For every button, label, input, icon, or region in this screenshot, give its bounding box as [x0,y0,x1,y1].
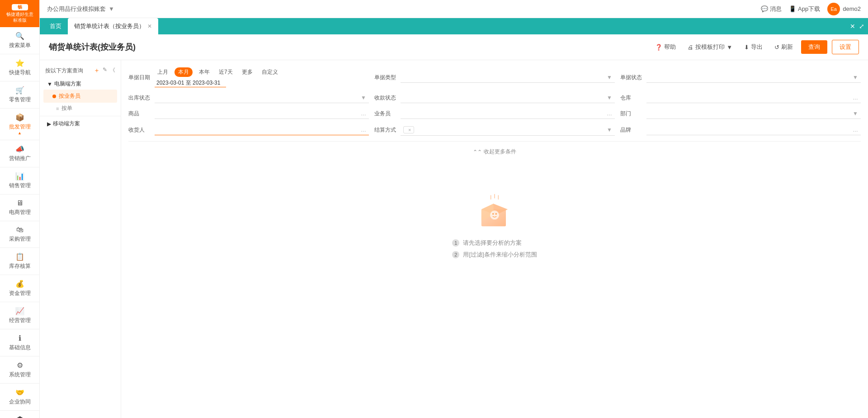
print-template-button[interactable]: 🖨 按模板打印 ▼ [684,41,736,53]
sidebar-item-label: 库存核算 [9,262,31,270]
settlement-tag: × [403,126,414,133]
docstatus-arrow-icon: ▼ [853,74,858,81]
sidebar: 畅 畅捷通好生意 标准版 🔍 搜索菜单 ⭐ 快捷导航 🛒 零售管理 📦 批发管理… [0,0,40,418]
doctype-arrow-icon: ▼ [607,74,612,81]
breadcrumb-dropdown-icon[interactable]: ▼ [108,5,114,12]
consignee-input[interactable]: … [155,125,369,135]
sidebar-item-base[interactable]: ℹ 基础信息 [0,329,39,356]
warehouse-input[interactable]: … [646,93,861,103]
settings-button[interactable]: 设置 [832,40,859,54]
empty-tip-2: 2 用[过滤]条件来缩小分析范围 [452,251,537,259]
panel-sub-item-by-order[interactable]: ≡ 按单 [43,103,117,114]
sidebar-item-sales[interactable]: 📊 销售管理 [0,167,39,195]
tab-home-label: 首页 [50,22,61,30]
date-custom[interactable]: 自定义 [259,67,281,77]
consignee-more-icon: … [361,127,366,133]
add-scheme-icon[interactable]: ＋ [94,66,100,75]
app-download-button[interactable]: 📱 App下载 [789,5,820,13]
department-select[interactable]: ▼ [646,109,861,119]
payment-arrow-icon: ▼ [607,95,612,101]
date-last-month[interactable]: 上月 [155,67,171,77]
sidebar-item-purchase[interactable]: 🛍 采购管理 [0,221,39,248]
edit-scheme-icon[interactable]: ✎ [103,66,107,75]
salesperson-input[interactable]: … [401,109,615,119]
query-button[interactable]: 查询 [801,40,827,54]
sidebar-item-enterprise[interactable]: 🤝 企业协同 [0,384,39,411]
enterprise-icon: 🤝 [15,388,24,397]
sidebar-item-ops[interactable]: 📈 经营管理 [0,302,39,329]
sidebar-item-search-menu[interactable]: 🔍 搜索菜单 [0,27,39,54]
brand-more-icon: … [853,127,858,133]
refresh-button[interactable]: ↺ 刷新 [771,41,797,53]
sidebar-item-inventory[interactable]: 📋 库存核算 [0,248,39,275]
collapse-panel-icon[interactable]: 《 [110,66,115,75]
tab-home[interactable]: 首页 [43,18,68,34]
docstatus-select[interactable]: ▼ [646,72,861,83]
top-header: 办公用品行业模拟账套 ▼ 💬 消息 📱 App下载 Ea demo2 [40,0,868,18]
base-icon: ℹ [19,334,21,342]
message-button[interactable]: 💬 消息 [761,5,782,13]
tab-close-icon[interactable]: ✕ [147,23,152,29]
right-form: 单据日期 上月 本月 本年 近7天 更多 自定义 [121,60,868,418]
tip-num-1: 1 [452,239,459,247]
export-button[interactable]: ⬇ 导出 [741,41,766,53]
filter-row-2: 出库状态 ▼ 收款状态 ▼ 仓库 [128,93,861,103]
sidebar-item-label: 零售管理 [9,96,31,104]
settings-label: 设置 [840,43,851,51]
goods-input[interactable]: … [155,109,369,119]
brand-input[interactable]: … [646,125,861,135]
date-range-input[interactable] [155,79,226,87]
pc-section-title[interactable]: ▼ 电脑端方案 [43,78,117,90]
window-close-icon[interactable]: ✕ [850,23,855,30]
filter-row-3: 商品 … 业务员 … 部门 [128,109,861,119]
date-this-year[interactable]: 本年 [196,67,212,77]
content-body: 按以下方案查询 ＋ ✎ 《 ▼ 电脑端方案 按业务员 ≡ 按单 [40,60,868,418]
settlement-tag-close-icon[interactable]: × [408,127,411,133]
pc-section-label: 电脑端方案 [54,80,81,88]
payment-select[interactable]: ▼ [401,93,615,103]
date-more[interactable]: 更多 [239,67,255,77]
sidebar-item-marketing[interactable]: 📣 营销推广 [0,140,39,167]
mobile-section-title[interactable]: ▶ 移动端方案 [43,118,117,129]
panel-item-by-salesperson[interactable]: 按业务员 [43,90,117,103]
by-order-label: 按单 [61,104,72,112]
date-7days[interactable]: 近7天 [216,67,236,77]
query-label: 查询 [808,43,820,51]
pc-section: ▼ 电脑端方案 按业务员 ≡ 按单 [40,78,121,114]
sidebar-item-system[interactable]: ⚙ 系统管理 [0,356,39,384]
sidebar-item-retail[interactable]: 🛒 零售管理 [0,81,39,109]
tab-sales-stat[interactable]: 销货单统计表（按业务员） ✕ [68,18,158,34]
sidebar-item-finance[interactable]: 💰 资金管理 [0,275,39,302]
marketing-icon: 📣 [15,145,24,153]
sidebar-item-label: 企业协同 [9,398,31,406]
outbound-select[interactable]: ▼ [155,93,369,103]
collapse-arrow-icon: ⌃⌃ [473,149,482,155]
date-options-group: 上月 本月 本年 近7天 更多 自定义 [155,67,369,87]
sidebar-item-label: 基础信息 [9,344,31,352]
filter-brand-field: 品牌 … [620,125,861,135]
app-download-label: App下载 [798,5,820,13]
filter-salesperson-field: 业务员 … [374,109,615,119]
date-range-display [155,79,369,87]
warehouse-label: 仓库 [620,94,643,102]
sidebar-item-ecom[interactable]: 🖥 电商管理 [0,195,39,221]
payment-label: 收款状态 [374,94,397,102]
sidebar-item-wholesale[interactable]: 📦 批发管理 ▲ [0,109,39,140]
collapse-label: 收起更多条件 [484,148,516,156]
collapse-row: ⌃⌃ 收起更多条件 [128,141,861,158]
user-menu-button[interactable]: Ea demo2 [827,3,861,15]
settlement-select[interactable]: × ▼ [401,124,615,136]
help-button[interactable]: ❓ 帮助 [651,41,679,53]
doctype-select[interactable]: ▼ [401,72,615,83]
sidebar-item-label: 批发管理 [9,123,31,131]
finance-icon: 💰 [15,280,24,288]
date-this-month[interactable]: 本月 [175,67,193,77]
sidebar-item-guide[interactable]: 🎓 新手引导 [0,411,39,418]
export-label: 导出 [751,43,763,51]
sidebar-item-quick-nav[interactable]: ⭐ 快捷导航 [0,54,39,81]
filter-row-4: 收货人 … 结算方式 × ▼ [128,124,861,136]
collapse-more-button[interactable]: ⌃⌃ 收起更多条件 [470,145,519,158]
sidebar-item-label: 经营管理 [9,317,31,324]
tip-text-1: 请先选择要分析的方案 [463,239,522,247]
window-expand-icon[interactable]: ⤢ [859,23,864,30]
